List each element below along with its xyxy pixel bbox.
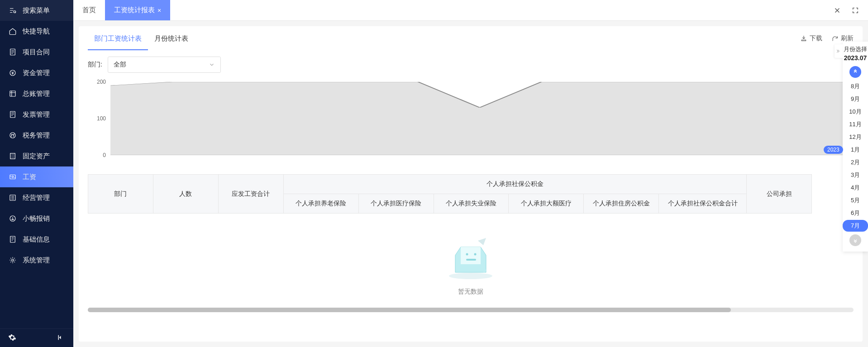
sidebar-item-label: 快捷导航 [23, 27, 50, 36]
svg-marker-20 [478, 238, 486, 245]
subtab-0[interactable]: 部门工资统计表 [88, 26, 148, 50]
chart-ytick: 200 [88, 79, 106, 85]
chevron-down-icon [209, 62, 215, 68]
gear-icon[interactable] [8, 333, 17, 342]
sidebar-item-0[interactable]: 搜索菜单 [0, 0, 73, 21]
sidebar-item-1[interactable]: 快捷导航 [0, 21, 73, 42]
month-picker-panel: 月份选择 2023.07 8月9月10月11月12月1月20232月3月4月5月… [843, 42, 868, 252]
month-item[interactable]: 12月 [843, 131, 868, 143]
sidebar-bottom [0, 328, 73, 347]
tab-label: 首页 [82, 6, 96, 14]
sidebar-item-4[interactable]: 总账管理 [0, 83, 73, 104]
year-badge: 2023 [824, 146, 843, 154]
table-subheader: 个人承担医疗保险 [358, 194, 434, 214]
month-next-button[interactable] [849, 234, 861, 246]
sidebar-item-label: 税务管理 [23, 131, 50, 140]
department-filter-label: 部门: [88, 61, 102, 69]
svg-rect-7 [10, 175, 15, 179]
search-list-icon [8, 6, 17, 15]
month-item[interactable]: 1月2023 [843, 144, 868, 156]
sidebar-item-3[interactable]: 资金管理 [0, 62, 73, 83]
month-item[interactable]: 8月 [843, 81, 868, 92]
month-item[interactable]: 11月 [843, 119, 868, 130]
sidebar: 搜索菜单快捷导航项目合同资金管理总账管理发票管理税务管理固定资产工资经营管理小畅… [0, 0, 73, 347]
table-subheader: 个人承担大额医疗 [509, 194, 584, 214]
info-icon [8, 235, 17, 244]
month-item[interactable]: 6月 [843, 207, 868, 219]
department-select-value: 全部 [114, 61, 126, 69]
fullscreen-button[interactable] [847, 2, 863, 19]
svg-point-18 [466, 253, 468, 256]
collapse-icon[interactable] [56, 333, 65, 342]
horizontal-scrollbar[interactable] [88, 308, 854, 312]
table-header: 部门 [88, 175, 153, 214]
sidebar-item-10[interactable]: 小畅报销 [0, 208, 73, 229]
salary-table-scroll[interactable]: 部门人数应发工资合计个人承担社保公积金公司承担个人承担养老保险个人承担医疗保险个… [79, 168, 863, 214]
tab-0[interactable]: 首页 [73, 0, 105, 20]
month-item[interactable]: 9月 [843, 93, 868, 105]
tab-close-icon[interactable]: × [157, 7, 161, 14]
empty-text: 暂无数据 [458, 288, 483, 296]
scrollbar-thumb[interactable] [88, 308, 731, 312]
sidebar-item-11[interactable]: 基础信息 [0, 229, 73, 250]
sidebar-item-label: 发票管理 [23, 110, 50, 119]
sidebar-item-7[interactable]: 固定资产 [0, 146, 73, 166]
month-item[interactable]: 5月 [843, 195, 868, 206]
home-icon [8, 27, 17, 36]
subtab-1[interactable]: 月份统计表 [148, 26, 195, 50]
building-icon [8, 152, 17, 161]
sidebar-item-label: 工资 [23, 173, 36, 181]
svg-rect-3 [10, 91, 15, 96]
month-panel-collapse-button[interactable] [835, 44, 843, 58]
download-icon [800, 35, 807, 42]
svg-rect-17 [466, 259, 476, 261]
expense-icon [8, 214, 17, 223]
download-label: 下载 [810, 34, 822, 43]
month-item[interactable]: 3月 [843, 169, 868, 181]
sidebar-item-5[interactable]: 发票管理 [0, 104, 73, 125]
refresh-icon [831, 35, 839, 42]
table-header: 人数 [153, 175, 218, 214]
empty-state: 暂无数据 [79, 214, 863, 305]
svg-point-8 [12, 176, 14, 178]
download-button[interactable]: 下载 [800, 34, 822, 43]
month-item[interactable]: 10月 [843, 106, 868, 118]
contract-icon [8, 48, 17, 57]
sidebar-item-label: 搜索菜单 [23, 6, 50, 15]
sidebar-item-label: 总账管理 [23, 90, 50, 98]
empty-illustration-icon [439, 227, 502, 281]
sidebar-item-label: 系统管理 [23, 256, 50, 265]
tab-1[interactable]: 工资统计报表× [105, 0, 170, 20]
table-subheader: 个人承担养老保险 [283, 194, 358, 214]
chart-ytick: 0 [88, 152, 106, 158]
sidebar-item-8[interactable]: 工资 [0, 166, 73, 187]
month-item[interactable]: 4月 [843, 182, 868, 194]
salary-icon [8, 172, 17, 181]
table-header: 公司承担 [747, 175, 812, 214]
sidebar-item-12[interactable]: 系统管理 [0, 250, 73, 271]
svg-point-12 [12, 259, 14, 261]
department-select[interactable]: 全部 [108, 57, 221, 73]
sidebar-item-label: 固定资产 [23, 152, 50, 161]
month-panel-current: 2023.07 [844, 54, 867, 62]
month-prev-button[interactable] [849, 66, 861, 78]
sidebar-item-label: 项目合同 [23, 48, 50, 57]
money-icon [8, 68, 17, 77]
refresh-button[interactable]: 刷新 [831, 34, 854, 43]
sidebar-item-2[interactable]: 项目合同 [0, 42, 73, 62]
table-subheader: 个人承担社保公积金合计 [659, 194, 747, 214]
sidebar-item-9[interactable]: 经营管理 [0, 187, 73, 208]
svg-rect-6 [10, 153, 15, 159]
tab-bar: 首页工资统计报表× [73, 0, 868, 21]
system-icon [8, 256, 17, 265]
sidebar-item-6[interactable]: 税务管理 [0, 125, 73, 146]
sidebar-item-label: 经营管理 [23, 194, 50, 202]
month-item[interactable]: 7月 [843, 220, 868, 232]
tab-label: 工资统计报表 [114, 6, 155, 14]
svg-point-22 [482, 269, 486, 272]
chart-ytick: 100 [88, 115, 106, 122]
close-all-tabs-button[interactable] [829, 2, 845, 19]
sidebar-item-label: 小畅报销 [23, 214, 50, 223]
sidebar-item-label: 资金管理 [23, 69, 50, 77]
month-item[interactable]: 2月 [843, 157, 868, 168]
